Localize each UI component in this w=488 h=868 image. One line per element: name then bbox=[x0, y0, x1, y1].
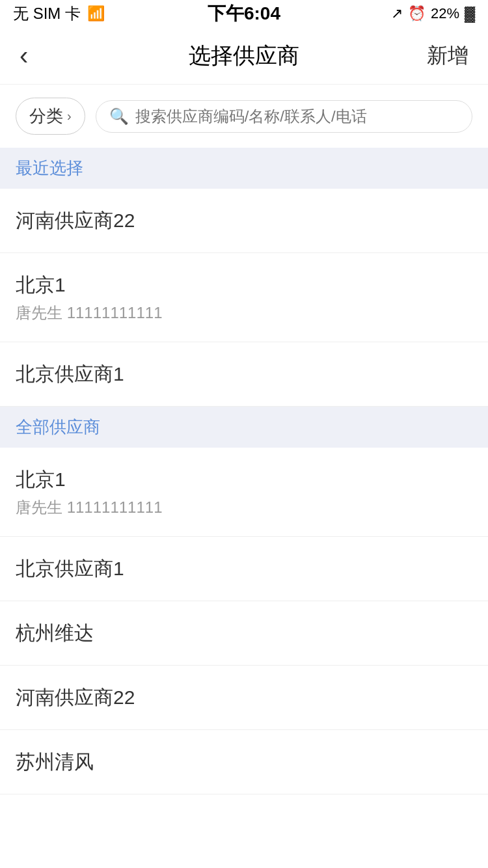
recent-list: 河南供应商22 北京1 唐先生 11111111111 北京供应商1 bbox=[0, 189, 488, 407]
item-name: 河南供应商22 bbox=[16, 684, 472, 711]
carrier-label: 无 SIM 卡 bbox=[13, 3, 81, 24]
category-label: 分类 bbox=[29, 105, 63, 128]
list-item[interactable]: 杭州维达 bbox=[0, 601, 488, 666]
list-item[interactable]: 北京1 唐先生 11111111111 bbox=[0, 448, 488, 537]
wifi-icon: 📶 bbox=[87, 5, 105, 22]
item-sub: 唐先生 11111111111 bbox=[16, 497, 472, 518]
item-name: 北京供应商1 bbox=[16, 555, 472, 582]
item-name: 苏州清风 bbox=[16, 748, 472, 776]
list-item[interactable]: 北京供应商1 bbox=[0, 342, 488, 407]
list-item[interactable]: 北京1 唐先生 11111111111 bbox=[0, 253, 488, 342]
item-name: 北京供应商1 bbox=[16, 360, 472, 388]
status-right: ↗ ⏰ 22% ▓ bbox=[391, 5, 475, 22]
nav-bar: ‹ 选择供应商 新增 bbox=[0, 27, 488, 85]
page-title: 选择供应商 bbox=[72, 41, 416, 71]
recent-section-label: 最近选择 bbox=[16, 158, 83, 178]
search-input[interactable] bbox=[135, 107, 459, 126]
chevron-right-icon: › bbox=[67, 109, 72, 124]
alarm-icon: ⏰ bbox=[408, 5, 426, 22]
status-bar: 无 SIM 卡 📶 下午6:04 ↗ ⏰ 22% ▓ bbox=[0, 0, 488, 27]
status-left: 无 SIM 卡 📶 bbox=[13, 3, 105, 24]
filter-bar: 分类 › 🔍 bbox=[0, 85, 488, 148]
list-item[interactable]: 苏州清风 bbox=[0, 730, 488, 794]
item-name: 北京1 bbox=[16, 466, 472, 493]
item-name: 杭州维达 bbox=[16, 619, 472, 647]
back-button[interactable]: ‹ bbox=[20, 41, 72, 70]
item-sub: 唐先生 11111111111 bbox=[16, 303, 472, 323]
status-time: 下午6:04 bbox=[208, 1, 280, 26]
item-name: 北京1 bbox=[16, 271, 472, 299]
item-name: 河南供应商22 bbox=[16, 207, 472, 234]
search-icon: 🔍 bbox=[109, 107, 129, 126]
list-item[interactable]: 河南供应商22 bbox=[0, 189, 488, 253]
all-section-header: 全部供应商 bbox=[0, 407, 488, 448]
battery-icon: ▓ bbox=[465, 5, 475, 22]
list-item[interactable]: 河南供应商22 bbox=[0, 666, 488, 730]
category-button[interactable]: 分类 › bbox=[16, 98, 85, 135]
list-item[interactable]: 北京供应商1 bbox=[0, 537, 488, 601]
location-icon: ↗ bbox=[391, 5, 403, 22]
add-button[interactable]: 新增 bbox=[416, 42, 468, 70]
all-list: 北京1 唐先生 11111111111 北京供应商1 杭州维达 河南供应商22 … bbox=[0, 448, 488, 794]
all-section-label: 全部供应商 bbox=[16, 417, 100, 437]
recent-section-header: 最近选择 bbox=[0, 148, 488, 189]
search-box[interactable]: 🔍 bbox=[96, 100, 472, 133]
battery-label: 22% bbox=[431, 5, 459, 22]
